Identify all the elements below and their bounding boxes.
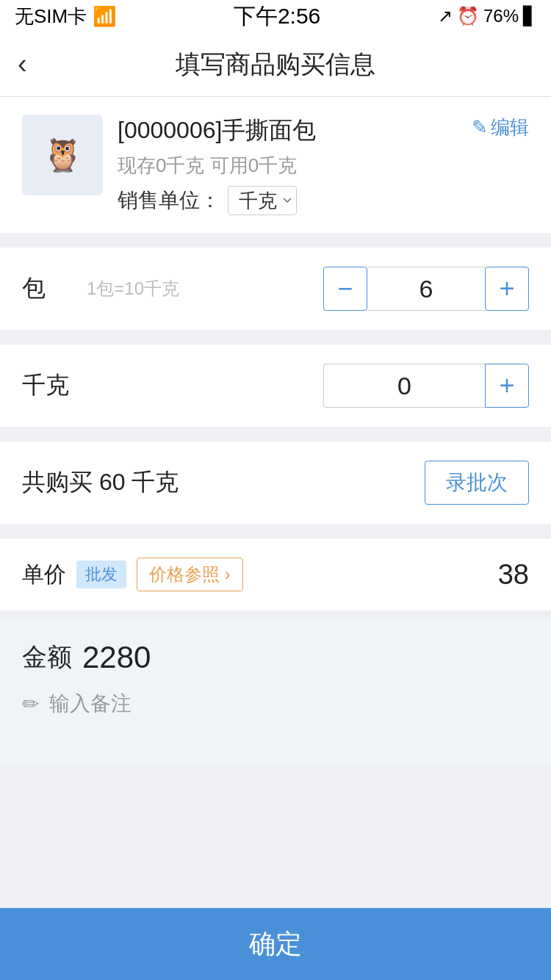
pack-sublabel: 1包=10千克	[87, 277, 323, 300]
kg-row: 千克 +	[0, 345, 551, 427]
pack-label: 包	[22, 273, 81, 305]
edit-icon: ✎	[472, 116, 488, 139]
status-bar: 无SIM卡 📶 下午2:56 ↗ ⏰ 76% ▋	[0, 0, 551, 32]
kg-label: 千克	[22, 370, 81, 402]
amount-label: 金额	[22, 641, 72, 674]
status-right: ↗ ⏰ 76% ▋	[438, 6, 536, 26]
product-thumbnail: 🦉	[22, 115, 103, 195]
kg-section: 千克 +	[0, 345, 551, 427]
pencil-icon: ✏	[22, 692, 39, 716]
price-section: 单价 批发 价格参照 › 38	[0, 538, 551, 610]
divider4	[0, 531, 551, 538]
pack-minus-button[interactable]: −	[323, 267, 367, 311]
pack-stepper: − +	[323, 267, 529, 311]
divider2	[0, 337, 551, 345]
product-card: 🦉 [0000006]手撕面包 现存0千克 可用0千克 销售单位： 千克 ✎ 编…	[0, 97, 551, 233]
price-label: 单价	[22, 560, 66, 590]
product-info: [0000006]手撕面包 现存0千克 可用0千克 销售单位： 千克	[118, 115, 529, 215]
kg-plus-button[interactable]: +	[485, 364, 529, 408]
carrier-text: 无SIM卡	[15, 4, 87, 29]
remark-placeholder: 输入备注	[49, 690, 132, 718]
status-left: 无SIM卡 📶	[15, 4, 116, 29]
pack-section: 包 1包=10千克 − +	[0, 248, 551, 330]
edit-button[interactable]: ✎ 编辑	[472, 115, 529, 140]
batch-button[interactable]: 录批次	[425, 461, 529, 505]
location-icon: ↗	[438, 6, 453, 26]
confirm-button[interactable]: 确定	[0, 908, 551, 980]
summary-section: 共购买 60 千克 录批次	[0, 442, 551, 524]
amount-value: 2280	[82, 640, 151, 675]
nav-bar: ‹ 填写商品购买信息	[0, 32, 551, 97]
back-button[interactable]: ‹	[18, 48, 27, 80]
nav-title: 填写商品购买信息	[176, 48, 375, 82]
price-value: 38	[498, 559, 529, 591]
price-ref-button[interactable]: 价格参照 ›	[137, 558, 243, 591]
divider	[0, 240, 551, 248]
wifi-icon: 📶	[93, 5, 116, 28]
pack-input[interactable]	[367, 267, 485, 311]
amount-section: 金额 2280 ✏ 输入备注	[0, 618, 551, 765]
kg-stepper: +	[323, 364, 529, 408]
batch-tag: 批发	[76, 561, 126, 588]
battery-icon: ▋	[523, 6, 536, 26]
pack-plus-button[interactable]: +	[485, 267, 529, 311]
remark-row[interactable]: ✏ 输入备注	[22, 690, 529, 718]
product-stock: 现存0千克 可用0千克	[118, 153, 529, 179]
divider3	[0, 434, 551, 442]
pack-row: 包 1包=10千克 − +	[0, 248, 551, 330]
amount-row: 金额 2280	[22, 640, 529, 675]
kg-input[interactable]	[323, 364, 485, 408]
product-thumb-icon: 🦉	[43, 136, 83, 174]
unit-label: 销售单位：	[118, 187, 220, 215]
product-unit-row: 销售单位： 千克	[118, 186, 529, 215]
unit-select[interactable]: 千克	[228, 186, 297, 215]
battery-text: 76%	[483, 6, 519, 26]
product-name: [0000006]手撕面包	[118, 115, 529, 147]
summary-text: 共购买 60 千克	[22, 466, 179, 499]
alarm-icon: ⏰	[457, 6, 479, 26]
status-time: 下午2:56	[234, 1, 320, 32]
